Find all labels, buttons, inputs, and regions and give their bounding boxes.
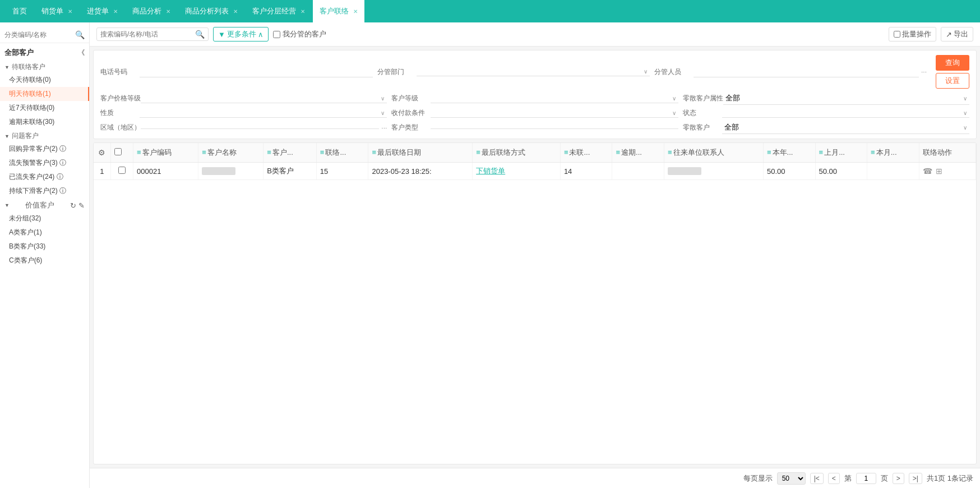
export-button[interactable]: ↗ 导出 [941,27,973,42]
col-customer-type[interactable]: ≡客户... [264,143,317,163]
region-select[interactable] [141,126,379,129]
sidebar-item-overdue-contact[interactable]: 逾期未联络(30) [0,115,89,129]
settings-icon[interactable]: ⚙ [98,148,105,157]
sidebar-item-7days-contact[interactable]: 近7天待联络(0) [0,101,89,115]
col-actions: 联络动作 [919,143,976,163]
phone-input[interactable] [140,67,373,77]
filter-customer-type: 客户类型 [391,123,678,132]
close-icon[interactable]: ✕ [301,8,305,15]
last-page-button[interactable]: >| [909,473,922,484]
more-conditions-button[interactable]: ▼ 更多条件 ∧ [213,27,269,42]
customer-type-select[interactable] [431,126,678,129]
top-navigation: 首页 销货单 ✕ 进货单 ✕ 商品分析 ✕ 商品分析列表 ✕ 客户分层经营 ✕ … [0,0,980,22]
sidebar-search-wrap: 🔍 [0,27,89,43]
nav-customer-contact[interactable]: 客户联络 ✕ [313,0,364,22]
col-customer-name[interactable]: ≡客户名称 [198,143,264,163]
region-dots-button[interactable]: ··· [381,124,387,132]
customer-level-select[interactable]: ∨ [431,94,678,103]
col-overdue[interactable]: ≡逾期... [612,143,664,163]
refresh-icon[interactable]: ↻ [70,201,76,210]
nav-home[interactable]: 首页 [6,0,34,22]
cell-last-method[interactable]: 下销货单 [473,163,561,180]
nav-customer-segment[interactable]: 客户分层经营 ✕ [246,0,312,22]
batch-checkbox[interactable] [894,31,900,38]
col-contact-person[interactable]: ≡往来单位联系人 [664,143,764,163]
close-icon[interactable]: ✕ [353,8,358,15]
close-icon[interactable]: ✕ [233,8,238,15]
my-customers-checkbox-wrap[interactable]: 我分管的客户 [273,29,326,39]
manager-dots-button[interactable]: ··· [921,68,927,76]
search-icon[interactable]: 🔍 [75,30,85,39]
edit-icon[interactable]: ✎ [78,201,85,210]
sidebar-item-today-contact[interactable]: 今天待联络(0) [0,73,89,87]
next-page-button[interactable]: > [893,473,904,484]
batch-ops-button[interactable]: 批量操作 [889,27,936,42]
nav-sales-order[interactable]: 销货单 ✕ [35,0,79,22]
nav-purchase-order[interactable]: 进货单 ✕ [80,0,124,22]
page-number-input[interactable] [856,473,876,484]
status-select[interactable]: ∨ [722,109,969,118]
col-unlinked[interactable]: ≡未联... [560,143,612,163]
chevron-down-icon: ∨ [644,68,648,75]
sidebar-group-value-customers[interactable]: 价值客户 ↻ ✎ [0,198,89,211]
col-this-month[interactable]: ≡本月... [867,143,919,163]
phone-action-icon[interactable]: ☎ [923,167,932,176]
sidebar-item-class-a[interactable]: A类客户(1) [0,225,89,240]
dept-select[interactable]: ∨ [417,67,650,76]
filter-manager: 分管人员 ··· [654,67,927,77]
cell-checkbox[interactable] [110,163,133,180]
cell-code: 000021 [133,163,198,180]
gender-label: 性质 [100,108,140,118]
cell-contact-person [664,163,764,180]
sidebar-item-declining[interactable]: 持续下滑客户(2) ⓘ [0,184,89,198]
col-this-year[interactable]: ≡本年... [763,143,815,163]
col-customer-code[interactable]: ≡客户编码 [133,143,198,163]
gender-select[interactable]: ∨ [140,109,387,118]
close-icon[interactable]: ✕ [113,8,118,15]
close-icon[interactable]: ✕ [68,8,72,15]
nav-product-analysis[interactable]: 商品分析 ✕ [126,0,177,22]
col-settings[interactable]: ⚙ [94,143,110,163]
sidebar-search-input[interactable] [4,31,75,39]
sidebar-item-tomorrow-contact[interactable]: 明天待联络(1) [0,87,89,101]
col-last-contact-method[interactable]: ≡最后联络方式 [473,143,561,163]
sidebar-item-churn-warning[interactable]: 流失预警客户(3) ⓘ [0,156,89,170]
row-checkbox[interactable] [118,167,126,174]
sidebar-item-class-c[interactable]: C类客户(6) [0,254,89,268]
all-customers-header[interactable]: 全部客户 《 [0,45,89,60]
grid-action-icon[interactable]: ⊞ [936,167,942,176]
search-input[interactable] [100,30,195,38]
page-size-select[interactable]: 50 100 [777,472,806,485]
col-last-month[interactable]: ≡上月... [815,143,867,163]
col-last-contact-date[interactable]: ≡最后联络日期 [368,143,473,163]
sidebar-group-problem-customers[interactable]: 问题客户 [0,129,89,142]
retail-attr-select[interactable]: 全部 ∨ [723,92,969,105]
customer-grade-label: 客户价格等级 [100,94,141,103]
sidebar-group-pending-contact[interactable]: 待联络客户 [0,60,89,73]
nav-product-analysis-list[interactable]: 商品分析列表 ✕ [178,0,244,22]
sidebar-item-ungrouped[interactable]: 未分组(32) [0,211,89,225]
search-button[interactable]: 🔍 [195,30,205,39]
my-customers-checkbox[interactable] [273,31,280,38]
close-icon[interactable]: ✕ [166,8,170,15]
sidebar-item-churned[interactable]: 已流失客户(24) ⓘ [0,170,89,184]
sidebar-item-class-b[interactable]: B类客户(33) [0,240,89,254]
col-checkbox[interactable] [110,143,133,163]
customer-grade-select[interactable]: ∨ [141,94,387,103]
sidebar-item-repurchase-anomaly[interactable]: 回购异常客户(2) ⓘ [0,142,89,156]
chevron-left-icon[interactable]: 《 [78,48,85,58]
payment-select[interactable]: ∨ [431,109,678,118]
chevron-down-icon: ∨ [963,125,967,131]
customer-level-label: 客户等级 [391,94,431,103]
settings-button[interactable]: 设置 [936,73,969,89]
col-contact-count[interactable]: ≡联络... [316,143,368,163]
filter-customer-level: 客户等级 ∨ [391,94,678,103]
select-all-checkbox[interactable] [114,148,122,155]
retail-customer-select[interactable]: 全部 ∨ [722,121,969,134]
manager-input[interactable] [694,67,919,77]
first-page-button[interactable]: |< [810,473,824,484]
prev-page-button[interactable]: < [828,473,840,484]
chevron-down-icon: ∨ [381,95,385,102]
retail-customer-label: 零散客户 [683,123,722,132]
query-button[interactable]: 查询 [936,55,969,71]
